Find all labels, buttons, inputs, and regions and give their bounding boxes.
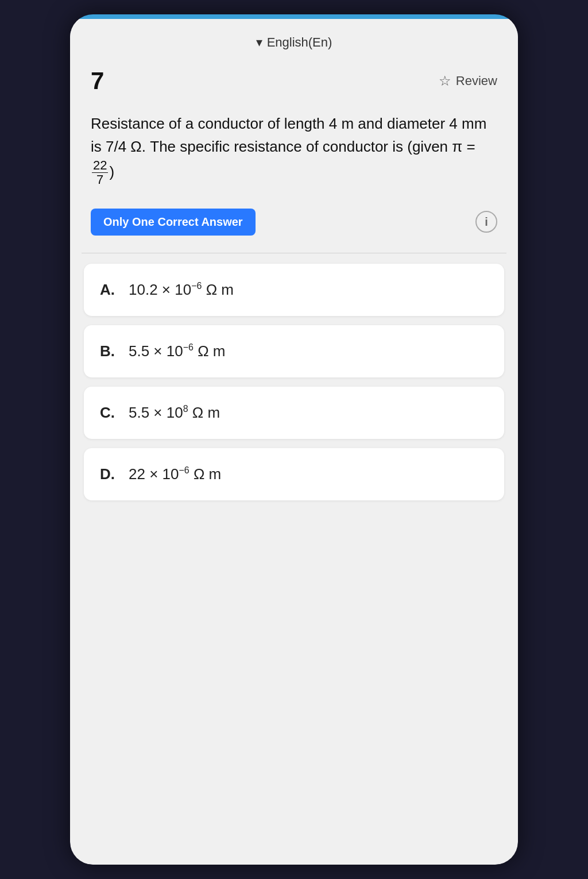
- option-c-label: C.: [100, 404, 117, 422]
- info-icon[interactable]: i: [475, 211, 497, 233]
- option-a-label: A.: [100, 281, 117, 299]
- option-a[interactable]: A. 10.2 × 10−6 Ω m: [84, 264, 504, 316]
- language-selector[interactable]: ▾ English(En): [256, 35, 332, 50]
- language-label: English(En): [267, 35, 332, 50]
- option-d-text: 22 × 10−6 Ω m: [129, 465, 221, 483]
- tag-row: Only One Correct Answer i: [70, 204, 518, 253]
- question-number: 7: [91, 67, 104, 95]
- screen-content: ▾ English(En) 7 ☆ Review Resistance of a…: [70, 19, 518, 865]
- option-d-exponent: −6: [179, 465, 189, 475]
- option-d[interactable]: D. 22 × 10−6 Ω m: [84, 448, 504, 500]
- option-a-exponent: −6: [191, 281, 202, 291]
- review-label: Review: [456, 74, 497, 88]
- review-button[interactable]: ☆ Review: [439, 73, 497, 89]
- phone-frame: ▾ English(En) 7 ☆ Review Resistance of a…: [70, 14, 518, 865]
- info-symbol: i: [485, 215, 488, 229]
- question-header: 7 ☆ Review: [70, 61, 518, 106]
- question-text-part1: Resistance of a conductor of length 4 m …: [91, 115, 486, 155]
- pi-fraction: 227: [92, 159, 108, 187]
- option-c[interactable]: C. 5.5 × 108 Ω m: [84, 387, 504, 439]
- option-c-exponent: 8: [183, 404, 188, 414]
- status-bar: [70, 14, 518, 19]
- only-one-correct-tag: Only One Correct Answer: [91, 209, 256, 236]
- option-a-text: 10.2 × 10−6 Ω m: [129, 281, 234, 299]
- question-text-part2: ): [109, 163, 114, 180]
- language-bar: ▾ English(En): [70, 19, 518, 61]
- option-d-label: D.: [100, 465, 117, 483]
- pi-numerator: 22: [92, 159, 108, 173]
- option-b-label: B.: [100, 342, 117, 360]
- star-icon: ☆: [439, 73, 451, 89]
- answer-options: A. 10.2 × 10−6 Ω m B. 5.5 × 10−6 Ω m C. …: [70, 253, 518, 511]
- option-b-text: 5.5 × 10−6 Ω m: [129, 342, 226, 360]
- chevron-down-icon: ▾: [256, 35, 262, 50]
- question-text: Resistance of a conductor of length 4 m …: [70, 106, 518, 204]
- option-b-exponent: −6: [183, 342, 194, 352]
- pi-denominator: 7: [95, 173, 105, 187]
- option-b[interactable]: B. 5.5 × 10−6 Ω m: [84, 325, 504, 377]
- option-c-text: 5.5 × 108 Ω m: [129, 404, 220, 422]
